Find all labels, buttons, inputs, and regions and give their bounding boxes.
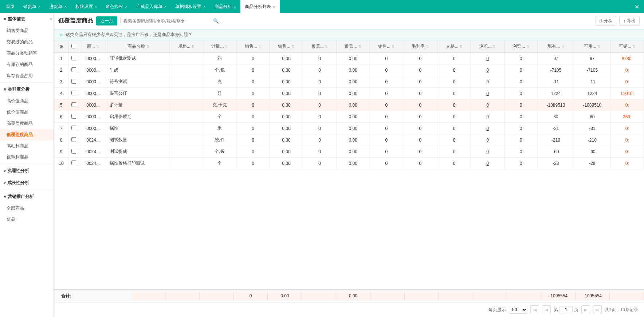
sidebar-item-all-goods[interactable]: 全部商品 — [0, 203, 54, 214]
search-icon[interactable]: 🔍 — [213, 18, 219, 24]
page-last-button[interactable]: ▶| — [593, 305, 602, 314]
date-filter-month[interactable]: 近一月 — [96, 16, 117, 25]
col-sellable[interactable]: 可销... ⇅ — [610, 40, 644, 53]
cell-browse1[interactable]: 0 — [471, 134, 504, 146]
col-trade[interactable]: 交易... ⇅ — [437, 40, 471, 53]
col-sales-amount[interactable]: 销售... ⇅ — [270, 40, 303, 53]
sidebar-collapse-btn[interactable]: « — [50, 17, 52, 22]
sidebar-item-inventory-capital[interactable]: 库存资金占用 — [0, 70, 54, 82]
sidebar-item-traded-goods[interactable]: 交易过的商品 — [0, 36, 54, 48]
nav-analysis-list[interactable]: 商品分析列表 × — [240, 0, 279, 13]
cell-sales-qty: 0 — [236, 76, 270, 88]
nav-analysis-close[interactable]: × — [234, 4, 236, 9]
cell-sales-qty: 0 — [236, 111, 270, 123]
nav-sales[interactable]: 销货单 × — [19, 0, 45, 13]
col-sales-qty[interactable]: 销售... ⇅ — [236, 40, 270, 53]
sidebar-item-sales-goods[interactable]: 销售类商品 — [0, 25, 54, 36]
nav-roles-close[interactable]: × — [125, 4, 127, 9]
select-all-checkbox[interactable] — [71, 44, 76, 48]
page-next-button[interactable]: ▶ — [581, 305, 590, 314]
cell-browse1[interactable]: 0 — [471, 76, 504, 88]
col-name[interactable]: 商品名称 ⇅ — [107, 40, 170, 53]
cell-browse1[interactable]: 0 — [471, 88, 504, 99]
sidebar-section-overall[interactable]: ∨ 整体信息 « — [0, 13, 54, 25]
row-checkbox[interactable] — [71, 79, 76, 84]
sidebar-item-low-value[interactable]: 低价值商品 — [0, 107, 54, 118]
nav-permissions-close[interactable]: × — [95, 4, 97, 9]
cell-curr-stock: 80 — [538, 111, 574, 123]
cell-browse1[interactable]: 0 — [471, 99, 504, 111]
row-checkbox[interactable] — [71, 91, 76, 95]
row-checkbox[interactable] — [71, 56, 76, 60]
cell-cov1: 0 — [303, 53, 337, 64]
cell-browse1[interactable]: 0 — [471, 64, 504, 76]
nav-purchase[interactable]: 进货单 × — [45, 0, 71, 13]
cell-trade: 0 — [437, 76, 471, 88]
row-checkbox[interactable] — [71, 102, 76, 107]
sort-icon-sales-amount: ⇅ — [292, 45, 295, 48]
col-browse1[interactable]: 浏览... ⇅ — [471, 40, 504, 53]
cell-no: 5 — [54, 99, 69, 111]
search-input[interactable] — [123, 19, 213, 24]
col-coverage1[interactable]: 覆盖... ⇅ — [303, 40, 337, 53]
cell-gross: 0 — [403, 76, 438, 88]
nav-analysis[interactable]: 商品分析 × — [210, 0, 240, 13]
col-code[interactable]: 商... ⇅ — [79, 40, 107, 53]
col-available-stock[interactable]: 可用... ⇅ — [574, 40, 610, 53]
nav-roles[interactable]: 角色授权 × — [101, 0, 131, 13]
nav-production[interactable]: 产成品入库单 × — [132, 0, 171, 13]
row-checkbox[interactable] — [71, 137, 76, 142]
col-settings[interactable]: ⚙ — [54, 40, 69, 53]
col-checkbox — [69, 40, 79, 53]
page-size-select[interactable]: 50 100 200 — [509, 306, 527, 314]
sidebar-section-growth[interactable]: > 成长性分析 — [0, 177, 54, 189]
sort-icon-code: ⇅ — [96, 45, 99, 48]
cell-browse1[interactable]: 0 — [471, 123, 504, 134]
cell-sales-d: 0 — [370, 111, 403, 123]
cell-curr-stock: -60 — [538, 146, 574, 158]
sidebar-item-new-goods[interactable]: 新品 — [0, 214, 54, 225]
row-checkbox[interactable] — [71, 126, 76, 130]
sidebar-item-low-margin[interactable]: 低毛利商品 — [0, 152, 54, 163]
page-prev-button[interactable]: ◀ — [542, 305, 551, 314]
col-unit[interactable]: 计量... ⇅ — [203, 40, 236, 53]
sidebar-section-quality[interactable]: ∨ 类群度分析 — [0, 83, 54, 95]
cell-browse1[interactable]: 0 — [471, 111, 504, 123]
nav-purchase-close[interactable]: × — [64, 4, 66, 9]
nav-sales-close[interactable]: × — [38, 4, 40, 9]
nav-analysis-list-close[interactable]: × — [273, 4, 275, 9]
row-checkbox[interactable] — [71, 114, 76, 119]
sidebar-section-flow[interactable]: > 流通性分析 — [0, 165, 54, 177]
sidebar-item-high-coverage[interactable]: 高覆盖度商品 — [0, 118, 54, 129]
col-sales-data[interactable]: 销售... ⇅ — [370, 40, 403, 53]
window-close-button[interactable]: ✕ — [631, 1, 643, 12]
cell-sales-d: 0 — [370, 76, 403, 88]
row-checkbox[interactable] — [71, 149, 76, 154]
col-current-stock[interactable]: 现有... ⇅ — [538, 40, 574, 53]
nav-production-close[interactable]: × — [164, 4, 166, 9]
page-first-button[interactable]: |◀ — [530, 305, 539, 314]
sidebar-section-marketing[interactable]: ∨ 营销推广分析 — [0, 191, 54, 203]
row-checkbox[interactable] — [71, 161, 76, 165]
cell-browse1[interactable]: 0 — [471, 146, 504, 158]
cell-browse1[interactable]: 0 — [471, 158, 504, 169]
nav-template[interactable]: 单据模板设置 × — [171, 0, 210, 13]
nav-home[interactable]: 首页 — [1, 0, 19, 13]
export-button[interactable]: ↑ 导出 — [619, 16, 640, 26]
sidebar-item-category-rate[interactable]: 商品分类动销率 — [0, 48, 54, 59]
row-checkbox[interactable] — [71, 67, 76, 72]
col-coverage2[interactable]: 覆盖... ⇅ — [336, 40, 370, 53]
col-browse2[interactable]: 浏览... ⇅ — [504, 40, 538, 53]
settings-icon: ⚙ — [59, 44, 63, 49]
col-spec[interactable]: 规格... ⇅ — [170, 40, 203, 53]
page-number-input[interactable] — [559, 306, 573, 313]
sidebar-item-stocked-goods[interactable]: 有库存的商品 — [0, 59, 54, 70]
cell-browse1[interactable]: 0 — [471, 53, 504, 64]
share-button[interactable]: ⎙ 分享 — [596, 16, 616, 26]
col-gross-rate[interactable]: 毛利率 ⇅ — [403, 40, 438, 53]
sidebar-item-low-coverage[interactable]: 低覆盖度商品 — [0, 129, 54, 140]
sidebar-item-high-value[interactable]: 高价值商品 — [0, 95, 54, 107]
sidebar-item-high-margin[interactable]: 高毛利商品 — [0, 140, 54, 152]
nav-permissions[interactable]: 权限设置 × — [71, 0, 101, 13]
nav-template-close[interactable]: × — [203, 4, 205, 9]
